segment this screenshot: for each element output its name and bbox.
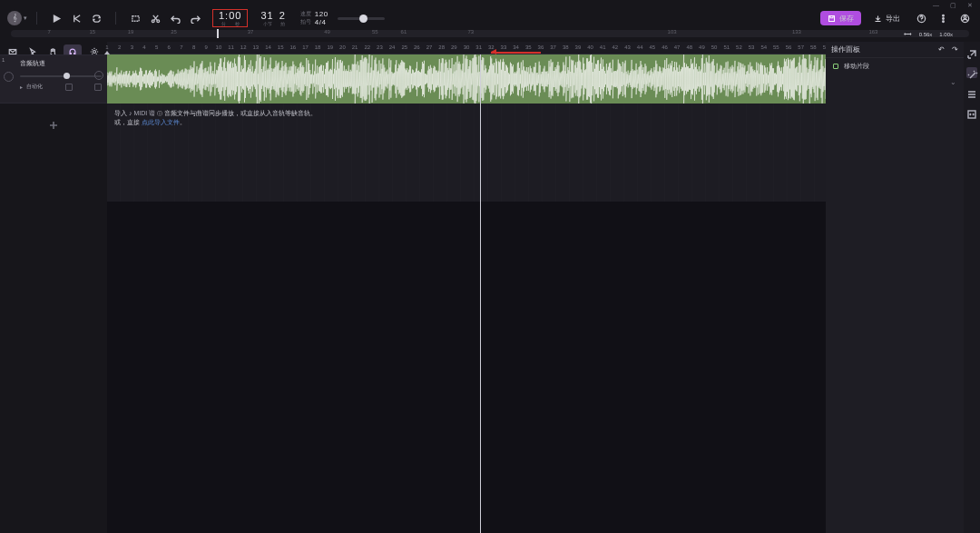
more-menu[interactable] <box>936 12 949 25</box>
zoom-level-1[interactable]: 0.56x <box>917 32 935 37</box>
app-menu-caret-icon: ▾ <box>24 15 27 22</box>
ruler-tick: 18 <box>315 44 321 50</box>
ruler-tick: 22 <box>364 44 370 50</box>
help-button[interactable] <box>915 12 927 25</box>
ruler-tick: 34 <box>513 44 519 50</box>
automation-label[interactable]: 自动化 <box>26 83 43 91</box>
overview-marker: 37 <box>248 29 254 35</box>
playhead[interactable] <box>480 54 481 533</box>
ruler-tick: 31 <box>475 44 482 50</box>
play-button[interactable] <box>50 12 63 25</box>
svg-point-7 <box>942 20 944 22</box>
operation-item[interactable]: 移动片段 <box>826 58 964 74</box>
overview-marker: 15 <box>89 29 95 35</box>
ruler-tick: 42 <box>612 44 619 50</box>
ruler-tick: 43 <box>624 44 631 50</box>
overview-marker: 73 <box>468 29 475 35</box>
track-solo-button[interactable] <box>94 84 102 91</box>
track-mute-button[interactable] <box>65 84 73 91</box>
automation-caret-icon[interactable]: ▸ <box>20 84 23 90</box>
undo-button[interactable] <box>169 12 181 25</box>
code-panel-icon[interactable] <box>966 107 977 118</box>
overview-ruler[interactable]: 71519253749556173103133163 <box>11 30 969 37</box>
ruler-tick: 16 <box>289 44 296 50</box>
bar-ruler[interactable]: 1234567891011121314151617181920212223242… <box>107 42 826 54</box>
ruler-tick: 24 <box>389 44 396 50</box>
selection-tool-button[interactable] <box>129 12 142 25</box>
transport-time[interactable]: 1:00 分秒 <box>212 9 248 27</box>
svg-point-6 <box>942 17 944 19</box>
ruler-tick: 17 <box>302 44 309 50</box>
clip-color-icon <box>833 64 838 69</box>
svg-rect-0 <box>132 15 138 21</box>
right-icon-bar <box>964 42 980 533</box>
ruler-tick: 14 <box>265 44 271 50</box>
app-menu[interactable]: 𝄞 <box>7 11 22 25</box>
operation-panel-title: 操作面板 <box>831 44 860 54</box>
track-name[interactable]: 音频轨道 <box>20 59 102 68</box>
overview-cursor[interactable] <box>217 29 219 38</box>
zoom-level-2[interactable]: 1.00x <box>937 32 955 37</box>
ruler-tick: 6 <box>168 44 171 50</box>
audio-clip[interactable] <box>107 54 826 104</box>
skip-start-button[interactable] <box>70 12 83 25</box>
svg-rect-3 <box>829 15 835 21</box>
ruler-tick: 30 <box>464 44 470 50</box>
master-volume-slider[interactable] <box>338 14 385 23</box>
tempo-block[interactable]: 速度120 拍号4/4 <box>300 10 328 26</box>
panel-undo-icon[interactable]: ↶ <box>938 45 945 54</box>
timeline-empty-area <box>107 202 826 533</box>
ruler-tick: 36 <box>538 44 544 50</box>
track-header[interactable]: 1 音频轨道 ▸ 自动化 <box>0 54 107 104</box>
expand-panel-icon[interactable] <box>966 47 977 58</box>
overview-marker: 103 <box>668 29 677 35</box>
scroll-icon[interactable]: ⟷ <box>902 31 914 37</box>
window-maximize[interactable]: ▢ <box>950 2 956 5</box>
ruler-tick: 25 <box>401 44 407 50</box>
ruler-tick: 58 <box>810 44 817 50</box>
ruler-tick: 5 <box>155 44 158 50</box>
time-value: 1:00 <box>219 11 241 21</box>
zoom-readout: ⟷ 0.56x 1.00x <box>902 31 955 37</box>
chevron-down-icon[interactable]: ⌄ <box>950 78 956 86</box>
ruler-tick: 38 <box>563 44 569 50</box>
ruler-tick: 55 <box>773 44 779 50</box>
track-pan-dial[interactable] <box>94 71 103 80</box>
window-minimize[interactable]: — <box>933 2 939 5</box>
overview-marker: 61 <box>401 29 407 35</box>
export-button[interactable]: 导出 <box>868 11 906 25</box>
redo-button[interactable] <box>189 12 201 25</box>
ruler-tick: 26 <box>414 44 420 50</box>
magic-wand-icon[interactable] <box>966 67 977 78</box>
operation-item-label: 移动片段 <box>844 62 869 71</box>
window-controls: — ▢ ✕ <box>926 0 980 7</box>
loop-button[interactable] <box>90 12 103 25</box>
panel-redo-icon[interactable]: ↷ <box>952 45 958 54</box>
account-button[interactable] <box>958 12 971 25</box>
track-volume-slider[interactable] <box>20 72 102 81</box>
ruler-tick: 39 <box>575 44 582 50</box>
cut-tool-button[interactable] <box>149 12 162 25</box>
save-button[interactable]: 保存 <box>820 11 861 25</box>
overview-marker: 163 <box>868 29 877 35</box>
ruler-tick: 47 <box>674 44 681 50</box>
overview-marker: 55 <box>372 29 378 35</box>
track-index: 1 <box>2 57 5 63</box>
transport-bars[interactable]: 31小节 2拍 <box>255 9 290 27</box>
list-panel-icon[interactable] <box>966 87 977 98</box>
ruler-tick: 8 <box>192 44 195 50</box>
ruler-tick: 57 <box>798 44 804 50</box>
ruler-tick: 33 <box>501 44 507 50</box>
ruler-tick: 19 <box>327 44 333 50</box>
track-monitor-button[interactable] <box>4 72 14 82</box>
ruler-tick: 7 <box>180 44 182 50</box>
ruler-tick: 21 <box>352 44 358 50</box>
ruler-tick: 10 <box>216 44 222 50</box>
ruler-tick: 13 <box>253 44 260 50</box>
window-close[interactable]: ✕ <box>967 2 973 5</box>
ruler-tick: 11 <box>228 44 234 50</box>
timeline-area[interactable]: 导入 ♪ MIDI 谱 ⓘ 音频文件与曲谱同步播放，或直接从入音轨等缺音轨。 或… <box>107 54 826 533</box>
add-track-button[interactable] <box>0 104 107 147</box>
import-file-link[interactable]: 点此导入文件 <box>142 119 180 125</box>
empty-track-dropzone[interactable]: 导入 ♪ MIDI 谱 ⓘ 音频文件与曲谱同步播放，或直接从入音轨等缺音轨。 或… <box>107 104 826 202</box>
